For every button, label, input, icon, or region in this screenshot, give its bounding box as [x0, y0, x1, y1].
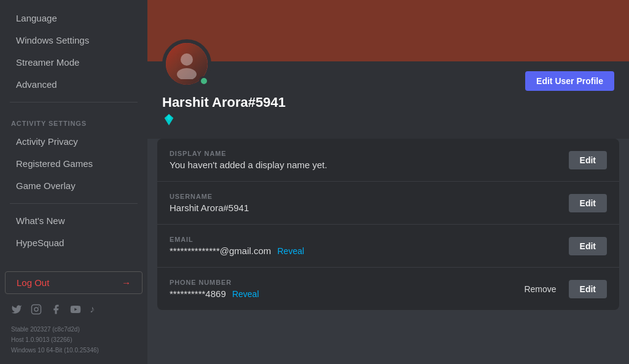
- twitter-icon[interactable]: [11, 304, 22, 318]
- email-field: EMAIL **************@gmail.com Reveal: [170, 236, 559, 256]
- phone-remove-button[interactable]: Remove: [524, 284, 556, 294]
- profile-header: Harshit Arora#5941 Edit User Profile: [147, 61, 629, 139]
- main-content: Harshit Arora#5941 Edit User Profile DIS…: [147, 0, 629, 364]
- sidebar-item-streamer-mode[interactable]: Streamer Mode: [5, 52, 143, 73]
- sidebar: Language Windows Settings Streamer Mode …: [0, 0, 147, 364]
- sidebar-item-activity-privacy[interactable]: Activity Privacy: [5, 131, 143, 152]
- sidebar-item-hypesquad[interactable]: HypeSquad: [5, 232, 143, 254]
- phone-field: PHONE NUMBER **********4869 Reveal: [170, 279, 519, 299]
- profile-username: Harshit Arora#5941: [162, 95, 286, 110]
- activity-settings-label: ACTIVITY SETTINGS: [0, 109, 147, 131]
- sidebar-item-language[interactable]: Language: [5, 7, 143, 29]
- display-name-field: DISPLAY NAME You haven't added a display…: [170, 150, 559, 170]
- online-status-dot: [199, 76, 209, 86]
- svg-point-2: [38, 306, 39, 308]
- logout-icon: →: [122, 277, 131, 288]
- sidebar-item-registered-games[interactable]: Registered Games: [5, 153, 143, 174]
- svg-rect-0: [32, 305, 41, 314]
- phone-edit-button[interactable]: Edit: [569, 280, 607, 298]
- phone-reveal-link[interactable]: Reveal: [232, 289, 259, 299]
- display-name-value: You haven't added a display name yet.: [170, 160, 559, 170]
- hypesquad-badge-icon: [162, 113, 176, 126]
- divider-activity: [10, 102, 138, 103]
- display-name-edit-button[interactable]: Edit: [569, 151, 607, 169]
- social-links: ♪: [0, 296, 147, 322]
- logout-button[interactable]: Log Out →: [5, 271, 143, 294]
- username-field: USERNAME Harshit Arora#5941: [170, 193, 559, 213]
- username-edit-button[interactable]: Edit: [569, 194, 607, 212]
- display-name-row: DISPLAY NAME You haven't added a display…: [157, 139, 619, 182]
- email-label: EMAIL: [170, 236, 559, 243]
- username-row: USERNAME Harshit Arora#5941 Edit: [157, 182, 619, 225]
- version-info: Stable 202327 (c8c7d2d) Host 1.0.9013 (3…: [0, 322, 147, 364]
- svg-point-1: [34, 308, 38, 311]
- divider-bottom: [10, 203, 138, 204]
- phone-label: PHONE NUMBER: [170, 279, 519, 286]
- email-value: **************@gmail.com Reveal: [170, 246, 559, 256]
- youtube-icon[interactable]: [70, 304, 81, 318]
- sidebar-item-windows-settings[interactable]: Windows Settings: [5, 29, 143, 51]
- phone-number-row: PHONE NUMBER **********4869 Reveal Remov…: [157, 268, 619, 310]
- edit-user-profile-button[interactable]: Edit User Profile: [525, 71, 614, 91]
- profile-badge: [162, 113, 286, 126]
- svg-point-4: [181, 53, 193, 66]
- email-row: EMAIL **************@gmail.com Reveal Ed…: [157, 225, 619, 268]
- sidebar-item-game-overlay[interactable]: Game Overlay: [5, 175, 143, 196]
- instagram-icon[interactable]: [31, 304, 42, 318]
- email-reveal-link[interactable]: Reveal: [277, 246, 304, 256]
- avatar-wrapper: [162, 39, 211, 88]
- svg-point-5: [177, 68, 197, 79]
- username-value: Harshit Arora#5941: [170, 203, 559, 213]
- phone-value: **********4869 Reveal: [170, 288, 519, 299]
- sidebar-item-whats-new[interactable]: What's New: [5, 210, 143, 231]
- tiktok-icon[interactable]: ♪: [90, 304, 95, 318]
- username-label: USERNAME: [170, 193, 559, 200]
- display-name-label: DISPLAY NAME: [170, 150, 559, 157]
- facebook-icon[interactable]: [50, 304, 61, 318]
- sidebar-spacer: [0, 254, 147, 269]
- email-edit-button[interactable]: Edit: [569, 237, 607, 255]
- profile-info: Harshit Arora#5941: [162, 95, 286, 126]
- sidebar-item-advanced[interactable]: Advanced: [5, 74, 143, 95]
- profile-form: DISPLAY NAME You haven't added a display…: [157, 139, 619, 310]
- profile-banner: [147, 0, 629, 61]
